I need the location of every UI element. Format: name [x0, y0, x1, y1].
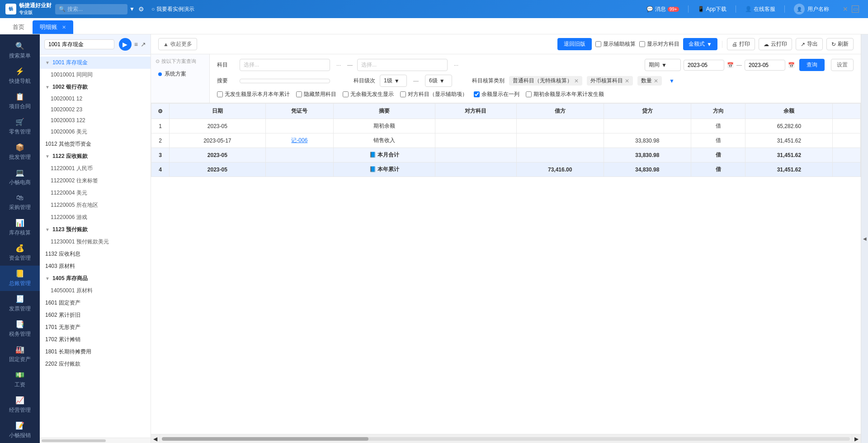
demo-btn[interactable]: ○ 我要看实例演示	[151, 5, 194, 13]
user-menu[interactable]: 👤 用户名称	[794, 4, 829, 14]
tree-item-1123[interactable]: ▼ 1123 预付账款	[40, 224, 151, 236]
level-start-select[interactable]: 1级 ▼	[380, 75, 407, 87]
level-end-select[interactable]: 6级 ▼	[425, 75, 452, 87]
sidebar-item-search[interactable]: 🔍 搜索菜单	[0, 38, 40, 63]
cb-opening[interactable]: 期初余额显示本年累计发生额	[526, 91, 604, 98]
settings-btn[interactable]: 设置	[831, 59, 854, 71]
sidebar-item-ecommerce[interactable]: 💻 小畅电商	[0, 165, 40, 190]
hscroll-thumb[interactable]	[162, 437, 368, 441]
tree-item-11230001[interactable]: 11230001 预付账款美元	[40, 236, 151, 248]
return-old-btn[interactable]: 退回旧版	[557, 38, 592, 50]
topbar-arrow-icon[interactable]: ▼	[129, 6, 135, 12]
format-dropdown[interactable]: 金额式 ▼	[683, 38, 717, 50]
row2-voucher[interactable]: 记-006	[265, 133, 333, 148]
tree-item-1001[interactable]: ▼ 1001 库存现金	[40, 57, 151, 69]
tag1-close[interactable]: ✕	[574, 78, 579, 84]
show-aux-checkbox[interactable]: 显示辅助核算	[595, 40, 636, 48]
window-maximize-btn[interactable]: ▭	[852, 5, 859, 13]
cb-no-balance-check[interactable]	[343, 91, 349, 97]
tree-item-1012[interactable]: 1012 其他货币资金	[40, 138, 151, 150]
tree-item-2202[interactable]: 2202 应付账款	[40, 358, 151, 370]
tree-item-10010001[interactable]: 10010001 同同同	[40, 69, 151, 81]
sidebar-item-retail[interactable]: 🛒 零售管理	[0, 114, 40, 139]
expand-filter-icon[interactable]: ▼	[669, 78, 675, 84]
summary-input[interactable]	[240, 79, 330, 83]
tree-hscrollbar-thumb[interactable]	[42, 439, 106, 442]
period-end-input[interactable]	[745, 60, 785, 71]
tree-item-14050001[interactable]: 14050001 原材料	[40, 285, 151, 297]
sidebar-item-contract[interactable]: 📋 项目合同	[0, 89, 40, 114]
sidebar-item-quicknav[interactable]: ⚡ 快捷导航	[0, 63, 40, 89]
tree-item-10020003[interactable]: 10020003 122	[40, 115, 151, 126]
period-type-select[interactable]: 期间 ▼	[645, 59, 681, 71]
sidebar-item-purchase[interactable]: 🛍 采购管理	[0, 190, 40, 215]
cb-opening-check[interactable]	[526, 91, 532, 97]
sidebar-item-tax[interactable]: 📑 税务管理	[0, 316, 40, 342]
sidebar-item-operations[interactable]: 📈 经营管理	[0, 392, 40, 418]
sidebar-item-ledger[interactable]: 📒 总账管理	[0, 266, 40, 291]
subject-input[interactable]: 选择...	[240, 59, 330, 71]
period-start-input[interactable]	[684, 60, 724, 71]
window-close-btn[interactable]: ✕	[842, 5, 849, 13]
tag2-close[interactable]: ✕	[625, 78, 629, 84]
cb-balance-col[interactable]: 余额显示在一列	[474, 91, 519, 98]
cb-balance-col-check[interactable]	[474, 91, 480, 97]
message-btn[interactable]: 💬 消息 99+	[646, 5, 679, 13]
tree-item-11220002[interactable]: 11220002 往来标签	[40, 175, 151, 187]
cb-contra-check[interactable]	[400, 91, 406, 97]
subject-input2[interactable]: 选择...	[357, 59, 448, 71]
online-service-btn[interactable]: 👤 在线客服	[745, 5, 775, 13]
period-calendar-icon2[interactable]: 📅	[788, 62, 795, 68]
tree-item-11220001[interactable]: 11220001 人民币	[40, 162, 151, 175]
account-search-box[interactable]	[44, 39, 114, 49]
tree-item-1122[interactable]: ▼ 1122 应收账款	[40, 150, 151, 162]
tag3-close[interactable]: ✕	[654, 78, 658, 84]
cb-contra-subject[interactable]: 对方科目（显示辅助项）	[400, 91, 467, 98]
export-btn[interactable]: ↗ 导出	[796, 38, 823, 50]
th-gear[interactable]: ⚙	[151, 104, 170, 119]
h-scrollbar[interactable]	[162, 437, 850, 441]
sidebar-item-invoice[interactable]: 🧾 发票管理	[0, 291, 40, 316]
sidebar-item-assets[interactable]: 🏭 固定资产	[0, 342, 40, 367]
cb-hide-disabled[interactable]: 隐藏禁用科目	[296, 91, 336, 98]
hscroll-left-btn[interactable]: ◀	[151, 434, 160, 443]
topbar-search[interactable]: 🔍 搜索...	[55, 4, 127, 14]
tree-item-1801[interactable]: 1801 长期待摊费用	[40, 346, 151, 358]
cb-no-balance[interactable]: 无余额无发生显示	[343, 91, 394, 98]
tree-item-10020001[interactable]: 10020001 12	[40, 93, 151, 104]
tree-item-11220006[interactable]: 11220006 游戏	[40, 211, 151, 224]
more-btn[interactable]: ▲ 收起更多	[158, 38, 197, 50]
cb-no-amount[interactable]: 无发生额显示本月本年累计	[217, 91, 290, 98]
tree-hscrollbar[interactable]	[40, 438, 151, 443]
tab-detail[interactable]: 明细账 ✕	[33, 20, 73, 34]
print-btn[interactable]: 🖨 打印	[727, 38, 755, 50]
tab-close-icon[interactable]: ✕	[62, 24, 66, 30]
sidebar-item-salary[interactable]: 💵 工资	[0, 367, 40, 392]
tree-item-1002[interactable]: ▼ 1002 银行存款	[40, 81, 151, 93]
hscroll-right-btn[interactable]: ▶	[852, 434, 861, 443]
tree-item-1602[interactable]: 1602 累计折旧	[40, 309, 151, 321]
cb-hide-disabled-check[interactable]	[296, 91, 302, 97]
show-aux-check[interactable]	[595, 41, 601, 47]
tree-item-1701[interactable]: 1701 无形资产	[40, 321, 151, 333]
sidebar-item-report[interactable]: 📝 小畅报销	[0, 418, 40, 443]
settings-icon[interactable]: ⚙	[138, 5, 144, 13]
tree-item-1702[interactable]: 1702 累计摊销	[40, 333, 151, 346]
sidebar-item-wholesale[interactable]: 📦 批发管理	[0, 139, 40, 165]
refresh-btn[interactable]: ↻ 刷新	[826, 38, 854, 50]
right-panel-toggle[interactable]: ◀	[861, 34, 868, 443]
account-search-input[interactable]	[48, 41, 110, 48]
query-btn[interactable]: 查询	[799, 59, 825, 71]
tree-list-icon[interactable]: ≡	[134, 41, 138, 48]
tree-item-10020006[interactable]: 10020006 美元	[40, 126, 151, 138]
scheme-system[interactable]: 系统方案	[156, 68, 205, 80]
account-nav-arrow[interactable]: ▶	[119, 38, 132, 51]
tree-item-1403[interactable]: 1403 原材料	[40, 260, 151, 272]
sidebar-item-inventory[interactable]: 📊 库存核算	[0, 215, 40, 240]
cloud-print-btn[interactable]: ☁ 云打印	[759, 38, 792, 50]
tree-item-1601[interactable]: 1601 固定资产	[40, 297, 151, 309]
show-contra-checkbox[interactable]: 显示对方科目	[639, 40, 679, 48]
tree-item-11220005[interactable]: 11220005 所在地区	[40, 199, 151, 211]
sidebar-item-capital[interactable]: 💰 资金管理	[0, 240, 40, 266]
tree-item-1132[interactable]: 1132 应收利息	[40, 248, 151, 260]
